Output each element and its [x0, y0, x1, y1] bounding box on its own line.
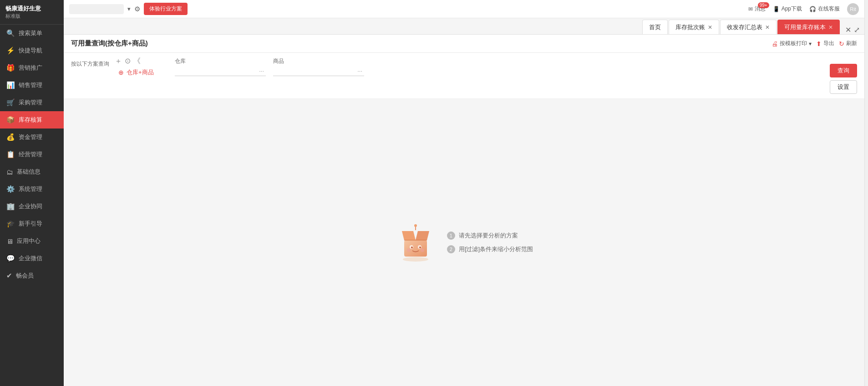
- sidebar-item-basic[interactable]: 🗂 基础信息: [0, 163, 64, 180]
- goods-input[interactable]: [275, 67, 355, 74]
- scheme-icon: ⊕: [118, 69, 124, 76]
- app-download-button[interactable]: 📱 App下载: [773, 5, 802, 13]
- sidebar-icon-wechat: 💬: [6, 254, 15, 262]
- sidebar-item-operations[interactable]: 📋 经营管理: [0, 146, 64, 163]
- close-tab-button[interactable]: ✕: [845, 26, 851, 34]
- sidebar-icon-inventory: 📦: [6, 116, 15, 124]
- tip-num-1: 1: [447, 232, 455, 240]
- collapse-button[interactable]: 《: [133, 57, 141, 65]
- message-button[interactable]: ✉ 消息 99+: [748, 5, 766, 13]
- sidebar-item-wechat[interactable]: 💬 企业微信: [0, 250, 64, 267]
- export-button[interactable]: ⬆ 导出: [816, 40, 834, 47]
- tab-label-avail_ledger: 可用量库存账本: [784, 23, 826, 31]
- tab-close-recv_summary[interactable]: ✕: [765, 24, 770, 31]
- svg-point-7: [411, 247, 413, 248]
- sidebar-icon-sales: 📊: [6, 81, 15, 89]
- tab-close-avail_ledger[interactable]: ✕: [828, 24, 833, 31]
- tip-num-2: 2: [447, 245, 455, 253]
- sidebar-icon-system: ⚙️: [6, 185, 15, 193]
- sidebar-icon-marketing: 🎁: [6, 64, 15, 72]
- export-icon: ⬆: [816, 40, 822, 47]
- warehouse-more-button[interactable]: ···: [259, 67, 264, 74]
- sidebar-item-inventory[interactable]: 📦 库存核算: [0, 111, 64, 129]
- dropdown-button[interactable]: ▾: [127, 5, 131, 12]
- topbar-right: ✉ 消息 99+ 📱 App下载 🎧 在线客服 Rit: [748, 3, 859, 15]
- svg-point-9: [407, 248, 411, 252]
- sidebar-label-purchase: 采购管理: [19, 98, 42, 107]
- tab-label-batch_ledger: 库存批次账: [675, 23, 705, 31]
- sidebar-item-enterprise[interactable]: 🏢 企业协同: [0, 198, 64, 215]
- online-service-label: 在线客服: [818, 5, 840, 13]
- page-header: 可用量查询(按仓库+商品) 🖨 按模板打印 ▾ ⬆ 导出 ↻ 刷新: [64, 35, 864, 53]
- sidebar-item-newbie[interactable]: 🎓 新手引导: [0, 215, 64, 232]
- sidebar-label-newbie: 新手引导: [19, 220, 42, 228]
- page-actions: 🖨 按模板打印 ▾ ⬆ 导出 ↻ 刷新: [772, 40, 857, 47]
- goods-input-wrapper: ···: [273, 66, 364, 76]
- sidebar-label-basic: 基础信息: [17, 168, 41, 176]
- right-scrollbar[interactable]: [864, 0, 868, 386]
- query-button[interactable]: 查询: [830, 64, 857, 77]
- tip-text-2: 用[过滤]条件来缩小分析范围: [459, 245, 533, 253]
- topbar: ▾ ⚙ 体验行业方案 ✉ 消息 99+ 📱 App下载 🎧 在线客服 Rit: [64, 0, 864, 18]
- print-button[interactable]: 🖨 按模板打印 ▾: [772, 40, 812, 47]
- tab-batch_ledger[interactable]: 库存批次账✕: [669, 20, 719, 34]
- tabs-bar-right: ✕ ⤢: [841, 26, 864, 34]
- print-label: 按模板打印: [780, 40, 807, 47]
- message-badge: 99+: [758, 2, 769, 8]
- sidebar-label-finance: 资金管理: [19, 133, 42, 141]
- sidebar-item-system[interactable]: ⚙️ 系统管理: [0, 180, 64, 198]
- svg-rect-1: [404, 240, 427, 257]
- tabs-bar: 首页库存批次账✕收发存汇总表✕可用量库存账本✕ ✕ ⤢: [64, 18, 864, 35]
- sidebar-item-appstore[interactable]: 🖥 应用中心: [0, 232, 64, 250]
- scheme-item-warehouse-goods[interactable]: ⊕ 仓库+商品: [115, 67, 169, 78]
- sidebar-logo: 畅康通好生意 标准版: [0, 0, 64, 25]
- warehouse-input-wrapper: ···: [175, 66, 266, 76]
- sidebar-icon-purchase: 🛒: [6, 98, 15, 107]
- sidebar-item-marketing[interactable]: 🎁 营销推广: [0, 59, 64, 77]
- sidebar-label-enterprise: 企业协同: [19, 202, 42, 211]
- add-scheme-button[interactable]: ＋: [115, 57, 122, 65]
- goods-more-button[interactable]: ···: [357, 67, 362, 74]
- svg-point-8: [419, 247, 421, 248]
- warehouse-field: 仓库 ···: [175, 57, 266, 76]
- filter-scheme-header: ＋ ⊙ 《: [115, 57, 169, 65]
- sidebar-item-shortcut[interactable]: ⚡ 快捷导航: [0, 42, 64, 59]
- tab-close-batch_ledger[interactable]: ✕: [708, 24, 712, 31]
- maximize-button[interactable]: ⤢: [854, 26, 860, 34]
- sidebar-logo-sub: 标准版: [5, 13, 58, 20]
- print-icon: 🖨: [772, 40, 778, 47]
- svg-point-10: [421, 248, 424, 252]
- sidebar-item-sales[interactable]: 📊 销售管理: [0, 77, 64, 94]
- sidebar-item-purchase[interactable]: 🛒 采购管理: [0, 94, 64, 111]
- print-dropdown-icon[interactable]: ▾: [809, 41, 812, 47]
- tab-label-recv_summary: 收发存汇总表: [727, 23, 762, 31]
- gear-icon[interactable]: ⚙: [134, 5, 140, 13]
- trial-button[interactable]: 体验行业方案: [144, 3, 188, 15]
- tab-home[interactable]: 首页: [642, 20, 668, 34]
- tip-text-1: 请先选择要分析的方案: [459, 232, 518, 240]
- scheme-settings-button[interactable]: ⊙: [125, 57, 131, 65]
- sidebar-icon-enterprise: 🏢: [6, 202, 15, 211]
- sidebar-item-finance[interactable]: 💰 资金管理: [0, 129, 64, 146]
- goods-field: 商品 ···: [273, 57, 364, 76]
- refresh-icon: ↻: [839, 40, 844, 47]
- sidebar-item-search[interactable]: 🔍 搜索菜单: [0, 25, 64, 42]
- tab-recv_summary[interactable]: 收发存汇总表✕: [720, 20, 777, 34]
- sidebar-label-system: 系统管理: [19, 185, 42, 193]
- sidebar-nav: 🔍 搜索菜单 ⚡ 快捷导航 🎁 营销推广 📊 销售管理 🛒 采购管理 📦 库存核…: [0, 25, 64, 386]
- message-icon: ✉: [748, 6, 753, 12]
- tab-avail_ledger[interactable]: 可用量库存账本✕: [777, 20, 840, 34]
- sidebar-logo-title: 畅康通好生意: [5, 5, 58, 13]
- sidebar-label-marketing: 营销推广: [19, 64, 42, 72]
- settings-button[interactable]: 设置: [830, 80, 857, 94]
- refresh-button[interactable]: ↻ 刷新: [839, 40, 857, 47]
- sidebar-item-member[interactable]: ✔ 畅会员: [0, 267, 64, 284]
- online-service-button[interactable]: 🎧 在线客服: [809, 5, 840, 13]
- warehouse-input[interactable]: [177, 67, 256, 74]
- search-input[interactable]: [69, 4, 124, 14]
- app-download-label: App下载: [782, 5, 802, 13]
- export-label: 导出: [823, 40, 834, 47]
- empty-state-inner: 1 请先选择要分析的方案 2 用[过滤]条件来缩小分析范围: [395, 222, 533, 263]
- main-area: ▾ ⚙ 体验行业方案 ✉ 消息 99+ 📱 App下载 🎧 在线客服 Rit 首…: [64, 0, 864, 386]
- user-avatar[interactable]: Rit: [847, 3, 859, 15]
